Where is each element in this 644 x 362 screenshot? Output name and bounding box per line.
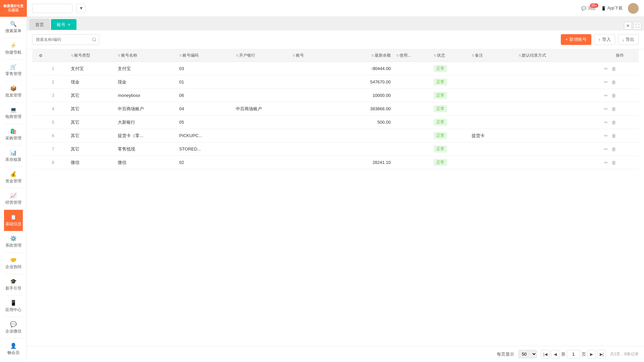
edit-btn-0[interactable]: ✏ xyxy=(603,65,609,72)
top-bar-left: ▼ xyxy=(32,4,86,13)
edit-btn-3[interactable]: ✏ xyxy=(603,106,609,112)
th-num xyxy=(49,49,68,62)
row-balance-0: -90444.00 xyxy=(337,62,393,75)
prev-page-btn[interactable]: ◀ xyxy=(551,350,560,359)
notification-badge: 99+ xyxy=(590,3,598,8)
th-use: ⇅使用... xyxy=(393,49,431,62)
expand-tab-btn[interactable]: ⛶ xyxy=(633,22,641,30)
row-status-7: 正常 xyxy=(431,156,469,169)
search-input[interactable] xyxy=(33,35,90,44)
first-page-btn[interactable]: |◀ xyxy=(541,350,550,359)
sidebar-item-search-menu[interactable]: 🔍搜索菜单 xyxy=(4,17,23,38)
row-use-6 xyxy=(393,142,431,156)
sidebar-item-sys-mgmt[interactable]: ⚙️系统管理 xyxy=(4,231,23,253)
delete-btn-2[interactable]: 🗑 xyxy=(611,92,617,99)
sidebar-item-purchase-mgmt[interactable]: 🛍️采购管理 xyxy=(4,124,23,145)
sidebar-item-quick-nav[interactable]: ⚡快捷导航 xyxy=(4,38,23,60)
sidebar-icon-enterprise-wechat: 💬 xyxy=(5,321,21,327)
row-account-5 xyxy=(290,129,337,142)
row-default-7 xyxy=(516,156,601,169)
page-input[interactable] xyxy=(567,350,580,359)
th-default: ⇅默认结算方式 xyxy=(516,49,601,62)
row-num-6: 7 xyxy=(49,142,68,156)
th-type: ⇅账号类型 xyxy=(68,49,115,62)
delete-btn-0[interactable]: 🗑 xyxy=(611,65,617,72)
notification-btn[interactable]: 💬 消息 99+ xyxy=(581,5,596,11)
sidebar-item-guide[interactable]: 🎓新手引导 xyxy=(4,274,23,296)
sidebar-item-finance-mgmt[interactable]: 💰资金管理 xyxy=(4,167,23,188)
row-remark-7 xyxy=(469,156,516,169)
per-page-select[interactable]: 50 20 100 xyxy=(518,350,537,358)
message-icon: 💬 xyxy=(581,6,586,11)
delete-btn-6[interactable]: 🗑 xyxy=(611,146,617,153)
row-remark-4 xyxy=(469,116,516,129)
edit-btn-5[interactable]: ✏ xyxy=(603,132,609,139)
sidebar-item-app-center[interactable]: 📱应用中心 xyxy=(4,296,23,317)
row-bank-3: 中百商场账户 xyxy=(233,102,290,116)
delete-btn-4[interactable]: 🗑 xyxy=(611,119,617,126)
row-action-6: ✏ 🗑 xyxy=(601,142,639,156)
top-search-input[interactable] xyxy=(32,4,72,13)
sidebar-label-sys-mgmt: 系统管理 xyxy=(5,243,21,248)
th-name: ⇅账号名称 xyxy=(115,49,176,62)
close-tab-btn[interactable]: ✕ xyxy=(624,22,632,30)
tab-account[interactable]: 账号✕ xyxy=(51,19,76,30)
row-type-1: 现金 xyxy=(68,75,115,89)
row-status-4: 正常 xyxy=(431,116,469,129)
import-icon: ↑ xyxy=(598,37,601,42)
sidebar-item-enterprise-agreement[interactable]: 🤝企业协同 xyxy=(4,253,23,274)
row-name-3: 中百商场账户 xyxy=(115,102,176,116)
sidebar-item-enterprise-wechat[interactable]: 💬企业微信 xyxy=(4,317,23,339)
sidebar-label-ops-mgmt: 经营管理 xyxy=(5,200,21,205)
gear-icon[interactable]: ⚙ xyxy=(39,53,43,58)
row-num-1: 2 xyxy=(49,75,68,89)
sidebar-item-retail-mgmt[interactable]: 🛒零售管理 xyxy=(4,60,23,81)
edit-btn-1[interactable]: ✏ xyxy=(603,79,609,85)
import-button[interactable]: ↑ 导入 xyxy=(594,34,615,45)
sidebar-item-basic-info[interactable]: 📋基础信息 xyxy=(4,210,23,231)
table-row: 1 支付宝 支付宝 03 -90444.00 正常 ✏ 🗑 xyxy=(32,62,639,75)
edit-btn-6[interactable]: ✏ xyxy=(603,146,609,153)
tab-home[interactable]: 首页 xyxy=(30,19,50,30)
row-name-7: 微信 xyxy=(115,156,176,169)
row-status-3: 正常 xyxy=(431,102,469,116)
th-balance: ⇅最新余额 xyxy=(337,49,393,62)
delete-btn-5[interactable]: 🗑 xyxy=(611,132,617,139)
add-account-button[interactable]: + 新增账号 xyxy=(561,34,591,45)
sidebar-label-purchase-mgmt: 采购管理 xyxy=(5,135,21,141)
edit-btn-7[interactable]: ✏ xyxy=(603,159,609,166)
sidebar-icon-purchase-mgmt: 🛍️ xyxy=(5,128,21,134)
sidebar-item-ops-mgmt[interactable]: 📈经营管理 xyxy=(4,188,23,210)
sidebar-item-ecommerce-mgmt[interactable]: 💻电商管理 xyxy=(4,103,23,124)
table-row: 3 其它 moneybosx 06 10000.00 正常 ✏ 🗑 xyxy=(32,89,639,102)
dropdown-button[interactable]: ▼ xyxy=(76,4,86,13)
export-icon: ↓ xyxy=(622,37,625,42)
sidebar-item-wholesale-mgmt[interactable]: 📦批发管理 xyxy=(4,81,23,103)
app-download-btn[interactable]: 📱 App下载 xyxy=(601,5,623,11)
table-row: 8 微信 微信 02 28241.10 正常 ✏ 🗑 xyxy=(32,156,639,169)
delete-btn-1[interactable]: 🗑 xyxy=(611,79,617,85)
edit-btn-4[interactable]: ✏ xyxy=(603,119,609,126)
total-info: 共1页，8条记录 xyxy=(610,351,639,357)
next-page-btn[interactable]: ▶ xyxy=(587,350,596,359)
table-row: 2 现金 现金 01 547670.00 正常 ✏ 🗑 xyxy=(32,75,639,89)
tab-label-account: 账号 xyxy=(57,22,65,28)
sidebar-item-member[interactable]: 👤畅会员 xyxy=(4,339,23,360)
tab-close-account[interactable]: ✕ xyxy=(67,23,71,27)
toolbar: + 新增账号 ↑ 导入 ↓ 导出 xyxy=(27,30,644,49)
sidebar-item-inventory[interactable]: 📊库存核算 xyxy=(4,145,23,167)
edit-btn-2[interactable]: ✏ xyxy=(603,92,609,99)
table-row: 5 其它 大新银行 05 500.00 正常 ✏ 🗑 xyxy=(32,116,639,129)
sidebar-label-ecommerce-mgmt: 电商管理 xyxy=(5,114,21,120)
export-button[interactable]: ↓ 导出 xyxy=(618,34,639,45)
row-type-5: 其它 xyxy=(68,129,115,142)
row-status-6: 正常 xyxy=(431,142,469,156)
last-page-btn[interactable]: ▶| xyxy=(597,350,606,359)
row-remark-2 xyxy=(469,89,516,102)
search-button[interactable] xyxy=(90,35,99,45)
avatar[interactable] xyxy=(628,3,639,14)
row-num-0: 1 xyxy=(49,62,68,75)
table-wrap: ⚙ ⇅账号类型 ⇅账号名称 ⇅账号编码 ⇅开户银行 ⇅账号 ⇅最新余额 ⇅使用.… xyxy=(27,49,644,346)
delete-btn-7[interactable]: 🗑 xyxy=(611,159,617,166)
delete-btn-3[interactable]: 🗑 xyxy=(611,106,617,112)
